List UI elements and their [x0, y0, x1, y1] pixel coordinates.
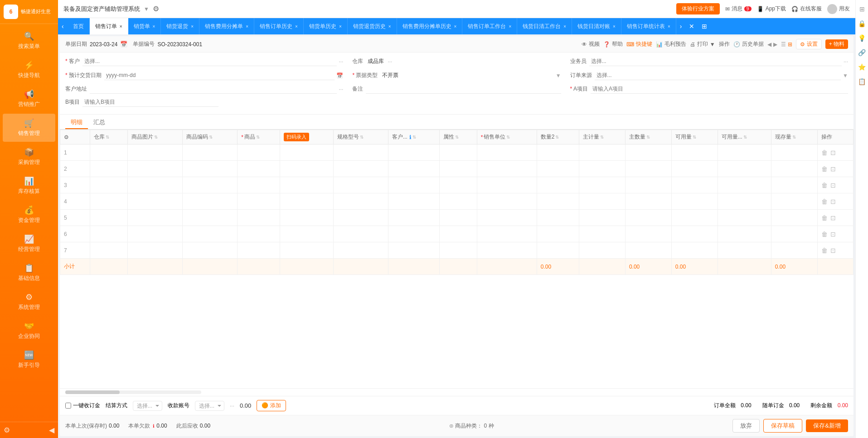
settle-select[interactable]: 选择... [133, 401, 162, 411]
nav-prev-icon[interactable]: ◀ [767, 41, 771, 48]
profit-action[interactable]: 📊 毛利预告 [656, 40, 686, 48]
sort-icon-customer_code[interactable]: ⇅ [412, 135, 416, 140]
tab-item-1[interactable]: 销售订单× [90, 18, 128, 34]
info-icon[interactable]: ℹ [153, 424, 155, 428]
warehouse-more-icon[interactable]: ··· [388, 58, 392, 65]
sidebar-item-3[interactable]: 🛒销售管理 [3, 114, 55, 142]
sidebar-item-11[interactable]: 🆕新手引导 [3, 346, 55, 374]
right-icon-6[interactable]: 📋 [857, 76, 868, 87]
nav-next-icon[interactable]: ▶ [773, 41, 777, 48]
save-new-button[interactable]: 保存&新增 [806, 419, 848, 432]
save-draft-button[interactable]: 保存草稿 [763, 419, 802, 433]
tab-item-11[interactable]: 钱货日清对账× [572, 18, 621, 34]
ticket-dropdown-icon[interactable]: ▼ [556, 72, 561, 79]
tab-item-2[interactable]: 销货单× [128, 18, 161, 34]
copy-icon-7[interactable]: ⊡ [830, 247, 836, 254]
date-value[interactable]: 2023-03-24 [90, 41, 117, 48]
tab-close-1[interactable]: × [120, 24, 122, 29]
delivery-input[interactable] [104, 71, 335, 80]
print-dropdown-icon[interactable]: ▼ [710, 41, 715, 48]
tab-nav-left[interactable]: ‹ [58, 18, 68, 34]
delete-icon-7[interactable]: 🗑 [821, 247, 828, 254]
payment-checkbox-input[interactable] [65, 403, 71, 409]
copy-icon-5[interactable]: ⊡ [830, 214, 836, 221]
list-view-icon[interactable]: ☰ [781, 41, 786, 48]
copy-icon-2[interactable]: ⊡ [830, 165, 836, 173]
detail-tab-0[interactable]: 明细 [65, 116, 88, 129]
add-payment-button[interactable]: 🟠 添加 [257, 400, 286, 411]
online-service-action[interactable]: 🎧 在线客服 [791, 5, 822, 13]
order-source-input[interactable] [595, 71, 841, 80]
scroll-thumb[interactable] [65, 390, 120, 394]
shortcut-action[interactable]: ⌨ 快捷键 [626, 40, 652, 48]
address-more-icon[interactable]: ··· [339, 86, 343, 92]
sidebar-item-5[interactable]: 📊库存核算 [3, 172, 55, 200]
scroll-track[interactable] [65, 390, 201, 394]
operation-action[interactable]: 操作 [719, 40, 730, 48]
sort-icon-warehouse[interactable]: ⇅ [106, 135, 109, 140]
tab-close-5[interactable]: × [295, 24, 298, 29]
print-action[interactable]: 🖨 打印 ▼ [690, 40, 715, 48]
staff-more-icon[interactable]: ··· [844, 58, 848, 65]
sort-icon-available2[interactable]: ⇅ [743, 135, 747, 140]
sidebar-item-10[interactable]: 🤝企业协同 [3, 317, 55, 345]
history-action[interactable]: 🕐 历史单据 [733, 40, 764, 48]
one-click-payment-checkbox[interactable]: 一键收订金 [65, 402, 100, 409]
delete-icon-1[interactable]: 🗑 [821, 149, 828, 156]
tab-item-12[interactable]: 销售订单统计表× [621, 18, 676, 34]
staff-input[interactable] [589, 57, 842, 66]
sidebar-item-4[interactable]: 📦采购管理 [3, 143, 55, 171]
right-icon-4[interactable]: 🔗 [857, 47, 868, 58]
delete-icon-4[interactable]: 🗑 [821, 198, 828, 205]
trial-button[interactable]: 体验行业方案 [676, 3, 720, 14]
sort-icon-main_unit[interactable]: ⇅ [600, 135, 604, 140]
discard-button[interactable]: 放弃 [732, 419, 760, 433]
delivery-calendar-icon[interactable]: 📅 [336, 72, 343, 79]
sort-icon-available[interactable]: ⇅ [693, 135, 696, 140]
tab-maximize[interactable]: ⊞ [698, 18, 711, 34]
col-info-icon[interactable]: ℹ [409, 134, 412, 140]
sort-icon-attribute[interactable]: ⇅ [455, 135, 459, 140]
sidebar-item-8[interactable]: 📋基础信息 [3, 259, 55, 287]
sort-icon-quantity2[interactable]: ⇅ [555, 135, 559, 140]
tab-item-6[interactable]: 销货单历史× [304, 18, 348, 34]
copy-icon-6[interactable]: ⊡ [830, 231, 836, 238]
tab-close-4[interactable]: × [246, 24, 248, 29]
tab-item-4[interactable]: 销售费用分摊单× [199, 18, 254, 34]
sidebar-collapse-icon[interactable]: ◀ [49, 426, 54, 434]
tab-item-3[interactable]: 销货退货× [161, 18, 199, 34]
b-project-input[interactable] [82, 97, 218, 107]
grid-view-icon[interactable]: ⊞ [788, 41, 792, 48]
settings-icon[interactable]: ⚙ [153, 5, 159, 13]
message-action[interactable]: ✉ 消息 9 [725, 5, 752, 13]
sidebar-settings-icon[interactable]: ⚙ [4, 426, 10, 434]
sort-icon-image[interactable]: ⇅ [154, 135, 158, 140]
tab-nav-right[interactable]: › [676, 18, 686, 34]
remark-input[interactable] [366, 84, 561, 94]
sort-icon-spec[interactable]: ⇅ [360, 135, 364, 140]
customer-input[interactable] [82, 57, 337, 66]
setting-button[interactable]: ⚙ 设置 [796, 39, 822, 49]
tab-item-10[interactable]: 钱货日清工作台× [517, 18, 572, 34]
sidebar-item-0[interactable]: 🔍搜索菜单 [3, 27, 55, 55]
sidebar-item-2[interactable]: 📢营销推广 [3, 85, 55, 113]
right-icon-5[interactable]: ⭐ [857, 62, 868, 72]
detail-tab-1[interactable]: 汇总 [88, 116, 111, 129]
tab-close-11[interactable]: × [613, 24, 616, 29]
tab-item-5[interactable]: 销售订单历史× [254, 18, 304, 34]
tab-close-9[interactable]: × [509, 24, 511, 29]
address-input[interactable] [90, 84, 337, 94]
tab-close-10[interactable]: × [563, 24, 566, 29]
tab-item-7[interactable]: 销货退货历史× [348, 18, 397, 34]
sort-icon-current_stock[interactable]: ⇅ [792, 135, 796, 140]
help-action[interactable]: ❓ 帮助 [603, 40, 623, 48]
delete-icon-5[interactable]: 🗑 [821, 214, 828, 221]
tab-close-12[interactable]: × [668, 24, 670, 29]
tab-item-8[interactable]: 销售费用分摊单历史× [397, 18, 463, 34]
sort-icon-code[interactable]: ⇅ [209, 135, 213, 140]
tab-item-0[interactable]: 首页 [68, 18, 90, 34]
add-goods-button[interactable]: + 物料 [825, 39, 848, 49]
sidebar-item-9[interactable]: ⚙系统管理 [3, 288, 55, 316]
tab-close-2[interactable]: × [153, 24, 155, 29]
delete-icon-6[interactable]: 🗑 [821, 231, 828, 238]
